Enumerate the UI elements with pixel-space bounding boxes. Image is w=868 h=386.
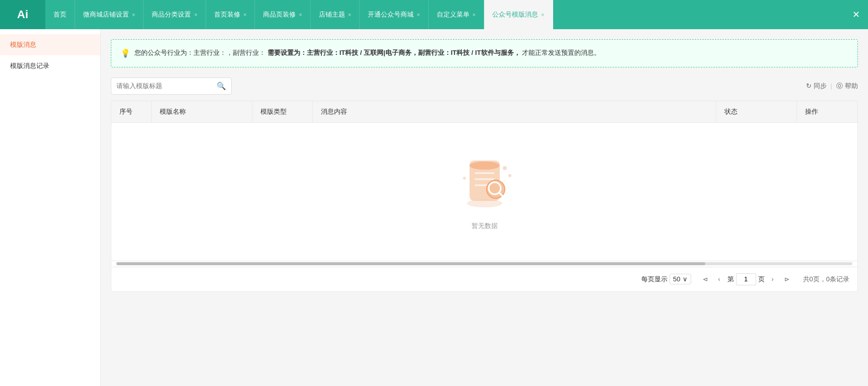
notice-box: 💡 您的公众号行业为：主营行业：，副营行业： 需要设置为：主营行业：IT科技 /… [111,39,858,67]
page-number-input[interactable] [736,273,756,285]
sync-icon: ↻ [806,82,812,90]
nav-tab-label: 开通公众号商城 [368,10,414,19]
per-page-label: 每页显示 [641,275,667,284]
nav-tab-home-decor[interactable]: 首页装修× [206,0,255,29]
sync-label: 同步 [814,82,827,91]
table-header-action: 操作 [797,101,857,122]
nav-tab-close-product-decor[interactable]: × [299,12,302,18]
notice-icon: 💡 [120,47,130,60]
nav-tab-custom-menu[interactable]: 自定义菜单× [429,0,484,29]
top-nav-bar: Ai 首页微商城店铺设置×商品分类设置×首页装修×商品页装修×店铺主题×开通公众… [0,0,868,29]
nav-tab-label: 店铺主题 [319,10,345,19]
next-page-button[interactable]: › [767,273,779,285]
close-all-button[interactable]: ✕ [844,0,868,29]
table-header-seq: 序号 [111,101,152,122]
page-label: 第 [727,275,734,284]
horizontal-scrollbar[interactable] [111,261,857,267]
sidebar-item-template-msg-log[interactable]: 模版消息记录 [0,55,100,76]
app-logo: Ai [0,0,45,29]
nav-tab-close-template-msg[interactable]: × [541,12,544,18]
nav-tab-close-home-decor[interactable]: × [243,12,246,18]
table-header: 序号模版名称模版类型消息内容状态操作 [111,101,857,123]
search-box: 🔍 [111,78,232,95]
empty-state: 暂无数据 [111,123,857,261]
nav-tab-home[interactable]: 首页 [45,0,75,29]
sidebar: 模版消息模版消息记录 [0,29,101,386]
nav-tab-category-settings[interactable]: 商品分类设置× [144,0,206,29]
help-label: 帮助 [845,82,858,91]
help-icon: ⓪ [836,82,843,91]
page-size-selector: 每页显示 50 ∨ [641,274,691,284]
main-layout: 模版消息模版消息记录 💡 您的公众号行业为：主营行业：，副营行业： 需要设置为：… [0,29,868,386]
nav-tab-label: 首页装修 [214,10,240,19]
svg-point-10 [463,177,466,180]
prev-page-button[interactable]: ‹ [713,273,725,285]
nav-tab-close-store-theme[interactable]: × [348,12,351,18]
nav-tab-close-custom-menu[interactable]: × [473,12,476,18]
nav-tab-shop-settings[interactable]: 微商城店铺设置× [75,0,144,29]
nav-tab-label: 商品页装修 [263,10,296,19]
notice-highlight: 需要设置为：主营行业：IT科技 / 互联网|电子商务，副营行业：IT科技 / I… [268,49,520,56]
page-unit: 页 [758,275,765,284]
svg-point-1 [470,162,500,170]
page-navigation: ⊲ ‹ 第 页 › ⊳ [699,273,793,285]
toolbar-right: ↻ 同步 | ⓪ 帮助 [806,82,858,91]
last-page-button[interactable]: ⊳ [781,273,793,285]
pagination: 每页显示 50 ∨ ⊲ ‹ 第 页 › ⊳ 共0页，0条记录 [111,267,857,291]
help-button[interactable]: ⓪ 帮助 [836,82,858,91]
nav-tab-label: 自定义菜单 [437,10,470,19]
table-header-name: 模版名称 [152,101,252,122]
total-info: 共0页，0条记录 [803,275,849,284]
table-header-status: 状态 [716,101,797,122]
table-header-content: 消息内容 [313,101,716,122]
svg-point-8 [503,166,507,170]
nav-tab-open-mall[interactable]: 开通公众号商城× [360,0,428,29]
notice-text: 您的公众号行业为：主营行业：，副营行业： 需要设置为：主营行业：IT科技 / 互… [135,48,600,58]
first-page-button[interactable]: ⊲ [699,273,711,285]
nav-tab-close-shop-settings[interactable]: × [132,12,135,18]
scroll-thumb[interactable] [116,262,705,265]
table-header-type: 模版类型 [252,101,313,122]
nav-tab-template-msg[interactable]: 公众号模版消息× [484,0,553,29]
data-table: 序号模版名称模版类型消息内容状态操作 [111,101,858,292]
search-button[interactable]: 🔍 [217,82,226,91]
nav-tab-label: 公众号模版消息 [492,10,538,19]
main-content: 💡 您的公众号行业为：主营行业：，副营行业： 需要设置为：主营行业：IT科技 /… [101,29,868,386]
nav-tab-close-category-settings[interactable]: × [194,12,197,18]
per-page-select[interactable]: 50 ∨ [670,274,691,284]
scroll-track[interactable] [116,262,852,265]
divider: | [831,82,832,90]
sidebar-item-template-msg[interactable]: 模版消息 [0,34,100,55]
search-input[interactable] [116,82,217,90]
nav-tab-label: 商品分类设置 [152,10,191,19]
sync-button[interactable]: ↻ 同步 [806,82,827,91]
nav-tab-label: 微商城店铺设置 [83,10,129,19]
per-page-value: 50 [673,275,680,283]
nav-tabs-container: 首页微商城店铺设置×商品分类设置×首页装修×商品页装修×店铺主题×开通公众号商城… [45,0,844,29]
nav-tab-label: 首页 [53,10,66,19]
search-toolbar: 🔍 ↻ 同步 | ⓪ 帮助 [111,78,858,95]
nav-tab-close-open-mall[interactable]: × [417,12,420,18]
empty-illustration [454,153,515,213]
svg-point-9 [508,174,511,177]
empty-text: 暂无数据 [472,221,498,230]
nav-tab-product-decor[interactable]: 商品页装修× [255,0,310,29]
nav-tab-store-theme[interactable]: 店铺主题× [311,0,360,29]
chevron-down-icon: ∨ [683,275,688,283]
